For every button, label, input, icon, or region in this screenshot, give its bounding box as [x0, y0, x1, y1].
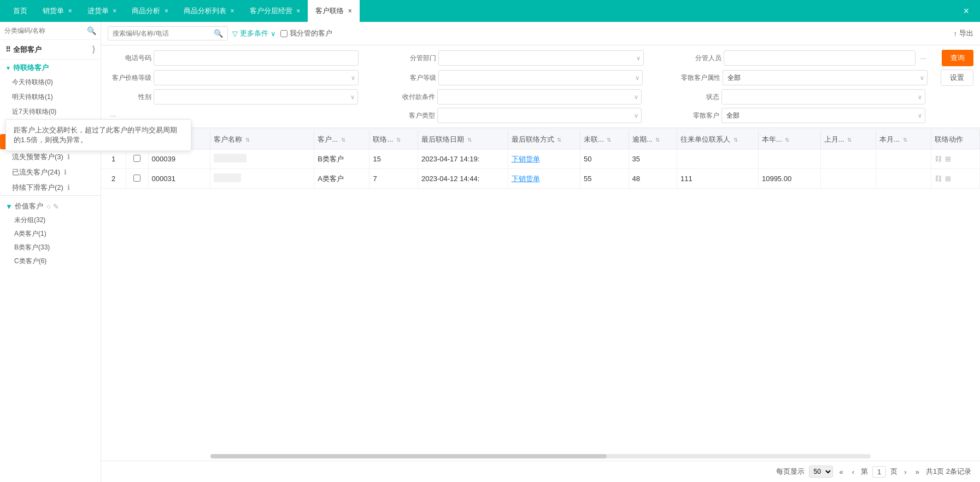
nav-close-purchase[interactable]: × — [113, 7, 116, 15]
nav-item-home[interactable]: 首页 — [5, 0, 35, 22]
row1-contact: 15 — [369, 149, 418, 169]
th-unread[interactable]: 未联... ⇅ — [580, 130, 629, 149]
th-last-month[interactable]: 上月... ⇅ — [820, 130, 876, 149]
row2-actions: ⛓ ⊞ — [931, 169, 980, 189]
nav-close-analysis[interactable]: × — [165, 7, 168, 15]
per-page-label: 每页显示 — [776, 467, 805, 477]
sidebar-item-churned[interactable]: 已流失客户(24) ℹ — [0, 165, 101, 180]
nav-item-customer-contact[interactable]: 客户联络 × — [308, 0, 360, 22]
sort-month-icon: ⇅ — [903, 137, 907, 143]
row1-checkbox[interactable] — [133, 155, 140, 162]
search-input[interactable] — [113, 30, 214, 37]
th-name[interactable]: 客户名称 ⇅ — [210, 130, 314, 149]
dept-select[interactable] — [438, 50, 643, 66]
th-overdue[interactable]: 逾期... ⇅ — [629, 130, 677, 149]
my-customers-checkbox[interactable] — [280, 30, 287, 37]
th-year-amount[interactable]: 本年... ⇅ — [758, 130, 820, 149]
export-icon: ↑ — [954, 30, 958, 38]
cust-level-select[interactable] — [438, 70, 643, 85]
row1-name-placeholder — [214, 154, 247, 162]
query-button[interactable]: 查询 — [942, 50, 973, 66]
retail-cust-select[interactable]: 全部 — [721, 108, 926, 123]
nav-item-analysis-list[interactable]: 商品分析列表 × — [176, 0, 242, 22]
row1-num: 1 — [101, 149, 126, 169]
scrollbar-area — [101, 452, 980, 461]
filter-price-level: 客户价格等级 ∨ — [108, 70, 359, 85]
row2-method-link[interactable]: 下销货单 — [512, 175, 540, 183]
nav-item-customer-mgmt[interactable]: 客户分层经营 × — [242, 0, 308, 22]
row2-name — [210, 169, 314, 189]
sidebar-value-group[interactable]: ▼ 价值客户 ○ ✎ — [5, 199, 95, 213]
filter-status: 状态 ∨ — [676, 89, 926, 104]
th-cust-level[interactable]: 客户... ⇅ — [314, 130, 369, 149]
row2-more-icon[interactable]: ⊞ — [945, 175, 951, 183]
more-filter-dots[interactable]: ··· — [108, 111, 119, 120]
nav-item-analysis[interactable]: 商品分析 × — [124, 0, 176, 22]
sidebar-item-7days[interactable]: 近7天待联络(0) — [0, 104, 101, 119]
manager-input[interactable] — [724, 50, 916, 66]
prev-page-btn[interactable]: ‹ — [850, 467, 856, 477]
nav-close-customer-contact[interactable]: × — [348, 7, 352, 15]
nav-close-analysis-list[interactable]: × — [231, 7, 234, 15]
sidebar-value-section: ▼ 价值客户 ○ ✎ 未分组(32) A类客户(1) B类客户(33) C类客户… — [0, 195, 101, 271]
first-page-btn[interactable]: « — [837, 467, 846, 477]
row1-link-icon[interactable]: ⛓ — [935, 155, 942, 163]
sidebar-pending-group[interactable]: ▼ 待联络客户 — [0, 60, 101, 75]
nav-close-customer-mgmt[interactable]: × — [296, 7, 300, 15]
sort-date-icon: ⇅ — [467, 137, 472, 143]
th-last-date[interactable]: 最后联络日期 ⇅ — [418, 130, 508, 149]
sidebar-item-class-b[interactable]: B类客户(33) — [5, 241, 95, 254]
sidebar: 🔍 ⠿ 全部客户 ⟩ ▼ 待联络客户 今天待联络(0) 明天待联络(1) 近7天… — [0, 22, 101, 482]
th-contact[interactable]: 联络... ⇅ — [369, 130, 418, 149]
sidebar-item-today[interactable]: 今天待联络(0) — [0, 75, 101, 90]
edit-icon[interactable]: ○ — [46, 202, 51, 211]
row2-checkbox[interactable] — [133, 175, 140, 182]
phone-input[interactable] — [154, 50, 359, 66]
sidebar-collapse-btn[interactable]: ⟩ — [92, 44, 95, 55]
sidebar-item-tomorrow[interactable]: 明天待联络(1) — [0, 90, 101, 104]
next-page-btn[interactable]: › — [902, 467, 908, 477]
table-area[interactable]: ⚙ 客户编码 ⇅ 客户名称 ⇅ — [101, 130, 980, 452]
sidebar-item-class-c[interactable]: C类客户(6) — [5, 254, 95, 268]
scrollbar-thumb[interactable] — [210, 454, 607, 458]
settings-icon-value[interactable]: ✎ — [53, 202, 59, 211]
horizontal-scrollbar[interactable] — [210, 454, 871, 458]
payment-select[interactable] — [437, 89, 642, 104]
search-icon[interactable]: 🔍 — [214, 29, 223, 38]
sidebar-all-customers[interactable]: ⠿ 全部客户 ⟩ — [0, 40, 101, 60]
page-number[interactable]: 1 — [872, 466, 886, 478]
per-page-select[interactable]: 50 — [809, 466, 833, 478]
sidebar-item-class-a[interactable]: A类客户(1) — [5, 227, 95, 241]
sidebar-item-churn-warning[interactable]: 流失预警客户(3) ℹ — [0, 149, 101, 165]
window-close-button[interactable]: × — [958, 5, 975, 17]
export-button[interactable]: ↑ 导出 — [954, 28, 974, 38]
gender-select[interactable] — [154, 89, 358, 104]
th-last-method[interactable]: 最后联络方式 ⇅ — [508, 130, 580, 149]
chevron-down-icon: ∨ — [271, 30, 276, 38]
nav-item-sales[interactable]: 销货单 × — [35, 0, 80, 22]
grid-icon: ⠿ — [5, 45, 11, 54]
set-button[interactable]: 设置 — [941, 69, 973, 86]
sidebar-search-input[interactable] — [4, 27, 87, 34]
row1-more-icon[interactable]: ⊞ — [945, 155, 951, 163]
sidebar-item-unclassified[interactable]: 未分组(32) — [5, 213, 95, 227]
manager-more-btn[interactable]: ··· — [918, 54, 929, 62]
th-unit-contact[interactable]: 往来单位联系人 ⇅ — [677, 130, 759, 149]
price-level-select[interactable] — [154, 70, 359, 85]
manager-label: 分管人员 — [678, 54, 721, 63]
nav-close-sales[interactable]: × — [68, 7, 72, 15]
status-select[interactable] — [721, 89, 926, 104]
more-conditions-btn[interactable]: ▽ 更多条件 ∨ — [232, 28, 276, 38]
row2-link-icon[interactable]: ⛓ — [935, 175, 942, 183]
last-page-btn[interactable]: » — [913, 467, 922, 477]
sidebar-item-declining[interactable]: 持续下滑客户(2) ℹ — [0, 180, 101, 195]
retail-attr-select[interactable]: 全部 — [723, 70, 928, 85]
row1-year-amount — [758, 149, 820, 169]
info-icon-churn-warning: ℹ — [67, 153, 70, 161]
row1-method-link[interactable]: 下销货单 — [512, 155, 540, 163]
cust-type-select[interactable] — [437, 108, 642, 123]
sidebar-search-icon[interactable]: 🔍 — [87, 26, 96, 35]
th-this-month[interactable]: 本月... ⇅ — [876, 130, 931, 149]
table-body: 1 000039 B类客户 15 2023-04-17 14:19: 下销货单 — [101, 149, 980, 189]
nav-item-purchase[interactable]: 进货单 × — [80, 0, 125, 22]
